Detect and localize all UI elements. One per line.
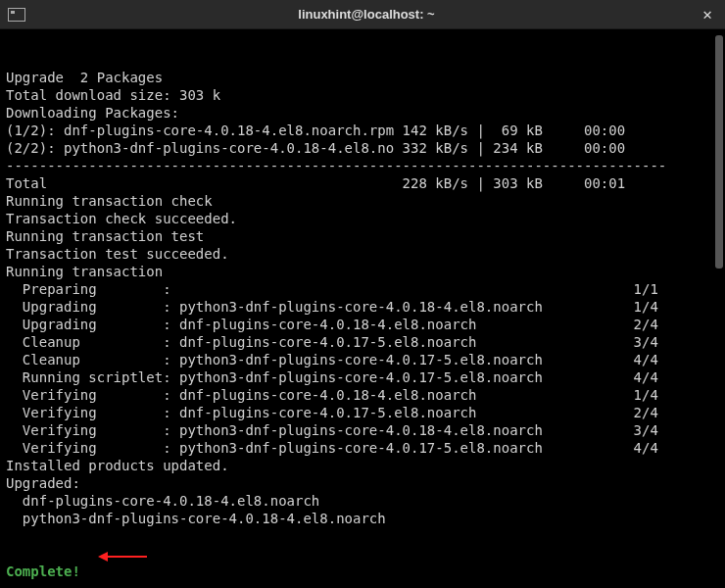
- output-line: Preparing : 1/1: [6, 280, 719, 298]
- output-line: Downloading Packages:: [6, 104, 719, 122]
- scrollbar-thumb[interactable]: [715, 35, 723, 269]
- output-line: dnf-plugins-core-4.0.18-4.el8.noarch: [6, 492, 719, 510]
- output-line: Upgrading : dnf-plugins-core-4.0.18-4.el…: [6, 316, 719, 333]
- output-line: Upgrade 2 Packages: [6, 69, 719, 86]
- output-line: Transaction check succeeded.: [6, 210, 719, 227]
- output-line: Cleanup : python3-dnf-plugins-core-4.0.1…: [6, 351, 719, 368]
- window-title: linuxhint@localhost: ~: [35, 7, 698, 22]
- output-line: Upgrading : python3-dnf-plugins-core-4.0…: [6, 298, 719, 316]
- output-line: Installed products updated.: [6, 457, 719, 474]
- terminal-icon: [8, 8, 25, 22]
- output-line: Verifying : dnf-plugins-core-4.0.18-4.el…: [6, 386, 719, 404]
- output-line: Total download size: 303 k: [6, 86, 719, 104]
- complete-text: Complete!: [6, 564, 80, 579]
- output-line: ----------------------------------------…: [6, 157, 719, 174]
- output-line: Verifying : dnf-plugins-core-4.0.17-5.el…: [6, 404, 719, 421]
- output-line: Running scriptlet: python3-dnf-plugins-c…: [6, 368, 719, 386]
- output-line: Running transaction check: [6, 192, 719, 210]
- output-line: Upgraded:: [6, 474, 719, 492]
- close-icon[interactable]: ✕: [698, 5, 717, 24]
- output-line: Running transaction test: [6, 227, 719, 245]
- output-line: Cleanup : dnf-plugins-core-4.0.17-5.el8.…: [6, 333, 719, 351]
- output-line: Running transaction: [6, 263, 719, 280]
- output-line: Verifying : python3-dnf-plugins-core-4.0…: [6, 421, 719, 439]
- output-line: (2/2): python3-dnf-plugins-core-4.0.18-4…: [6, 139, 719, 157]
- output-line: python3-dnf-plugins-core-4.0.18-4.el8.no…: [6, 510, 719, 527]
- output-line: Total 228 kB/s | 303 kB 00:01: [6, 174, 719, 192]
- titlebar: linuxhint@localhost: ~ ✕: [0, 0, 725, 29]
- output-line: Transaction test succeeded.: [6, 245, 719, 263]
- output-line: Verifying : python3-dnf-plugins-core-4.0…: [6, 439, 719, 457]
- terminal-output[interactable]: Upgrade 2 PackagesTotal download size: 3…: [0, 29, 725, 588]
- output-line: (1/2): dnf-plugins-core-4.0.18-4.el8.noa…: [6, 122, 719, 139]
